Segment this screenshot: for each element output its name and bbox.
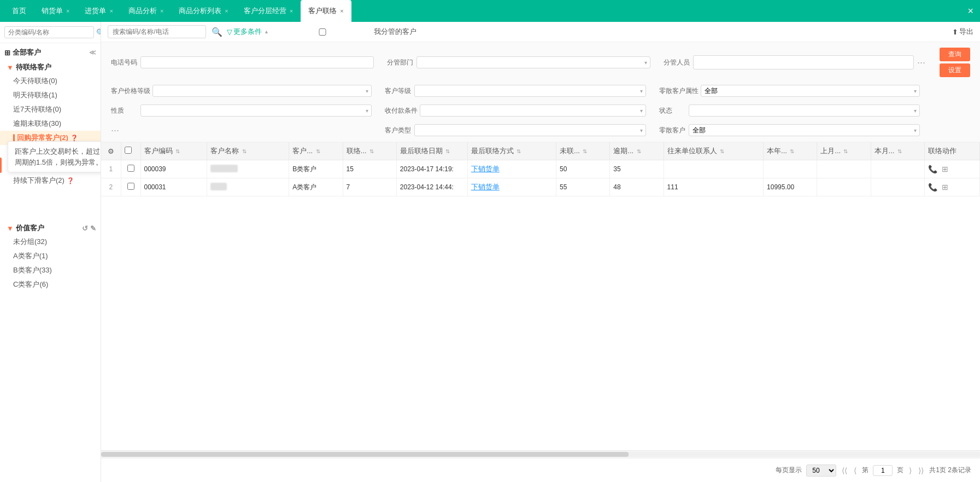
main-layout: 🔍 ⊞ 全部客户 ≪ ▼ 待联络客户 今天待联络(0) 明天待联络(1) 近7天… <box>0 22 980 482</box>
sort-code-icon[interactable]: ⇅ <box>175 148 180 154</box>
row2-phone-icon[interactable]: 📞 <box>928 183 937 191</box>
row2-type: A类客户 <box>289 178 343 196</box>
sidebar-item-a-class[interactable]: A类客户(1) <box>0 249 101 263</box>
row2-last-method-link[interactable]: 下销货单 <box>471 183 500 191</box>
prev-page-btn[interactable]: ⟨ <box>853 466 858 475</box>
customer-type-select[interactable] <box>414 124 645 136</box>
my-customer-checkbox-area[interactable]: 我分管的客户 <box>273 27 416 37</box>
last-page-btn[interactable]: ⟩⟩ <box>917 466 925 475</box>
sort-contact-count-icon[interactable]: ⇅ <box>369 148 374 154</box>
row1-last-method[interactable]: 下销货单 <box>467 160 556 178</box>
scroll-thumb[interactable] <box>101 452 629 457</box>
row1-phone-icon[interactable]: 📞 <box>928 165 937 173</box>
row1-actions: 📞 ⊞ <box>924 160 979 178</box>
sidebar-search-icon[interactable]: 🔍 <box>96 28 101 37</box>
dept-select[interactable] <box>416 56 650 68</box>
nav-customer-tier[interactable]: 客户分层经营 × <box>236 0 301 22</box>
row2-last-method[interactable]: 下销货单 <box>467 178 556 196</box>
sort-last-method-icon[interactable]: ⇅ <box>517 148 521 154</box>
nav-purchase-close[interactable]: × <box>109 8 113 14</box>
nav-sales[interactable]: 销货单 × <box>34 0 77 22</box>
select-all-checkbox[interactable] <box>125 147 132 154</box>
sidebar-item-tomorrow-pending[interactable]: 明天待联络(1) <box>0 88 101 102</box>
edit-icon[interactable]: ✎ <box>90 224 96 233</box>
staff-more-icon[interactable]: ··· <box>916 57 926 67</box>
nav-customer-tier-close[interactable]: × <box>290 8 293 14</box>
gender-select[interactable] <box>140 104 372 117</box>
nav-customer-contact-close[interactable]: × <box>340 8 343 14</box>
row1-checkbox-input[interactable] <box>127 165 134 172</box>
sidebar-search-input[interactable] <box>4 26 94 38</box>
sidebar-item-b-class[interactable]: B类客户(33) <box>0 263 101 277</box>
pending-contact-group[interactable]: ▼ 待联络客户 <box>0 60 101 74</box>
first-page-btn[interactable]: ⟨⟨ <box>841 466 848 475</box>
per-page-select[interactable]: 50 <box>806 464 836 477</box>
row4-dots[interactable]: ··· <box>111 125 119 136</box>
sidebar-item-7days-pending[interactable]: 近7天待联络(0) <box>0 102 101 117</box>
sidebar-item-c-class[interactable]: C类客户(6) <box>0 277 101 292</box>
filter-staff: 分管人员 ··· <box>660 45 930 79</box>
current-page-input[interactable] <box>873 465 893 476</box>
sidebar-item-today-pending[interactable]: 今天待联络(0) <box>0 74 101 88</box>
sort-this-year-icon[interactable]: ⇅ <box>790 148 794 154</box>
declining-help-icon[interactable]: ❓ <box>67 177 74 184</box>
refresh-icon[interactable]: ↺ <box>82 224 88 233</box>
query-btn[interactable]: 查询 <box>940 48 970 61</box>
sidebar-item-ungrouped[interactable]: 未分组(32) <box>0 235 101 249</box>
row1-last-method-link[interactable]: 下销货单 <box>471 165 500 173</box>
sort-overdue-icon[interactable]: ⇅ <box>637 148 641 154</box>
nav-home[interactable]: 首页 <box>4 0 34 22</box>
nav-sales-close[interactable]: × <box>66 8 69 14</box>
row2-name <box>207 178 289 196</box>
nav-purchase[interactable]: 进货单 × <box>77 0 120 22</box>
price-grade-select[interactable] <box>152 85 372 97</box>
settings-btn[interactable]: 设置 <box>940 63 970 77</box>
row1-contact-count: 15 <box>343 160 396 178</box>
sidebar-collapse-btn[interactable]: ≪ <box>89 49 96 56</box>
my-customer-checkbox[interactable] <box>273 28 372 36</box>
retail-attr-select[interactable]: 全部 <box>701 85 920 97</box>
sidebar-item-declining[interactable]: 持续下滑客户(2) ❓ <box>0 173 101 188</box>
nav-product-analysis-close[interactable]: × <box>160 8 163 14</box>
window-close-btn[interactable]: × <box>967 5 973 17</box>
filter-search-icon[interactable]: 🔍 <box>212 27 222 37</box>
row2-menu-icon[interactable]: ⊞ <box>942 183 948 191</box>
nav-product-analysis[interactable]: 商品分析 × <box>121 0 171 22</box>
sort-contact-person-icon[interactable]: ⇅ <box>720 148 724 154</box>
row1-this-month <box>871 160 924 178</box>
row1-checkbox[interactable] <box>121 160 140 178</box>
retail-customer-select[interactable]: 全部 <box>689 124 920 136</box>
nav-customer-contact[interactable]: 客户联络 × <box>301 0 351 22</box>
row2-checkbox-input[interactable] <box>127 183 134 190</box>
status-select[interactable] <box>689 104 920 117</box>
search-input[interactable] <box>108 25 206 38</box>
row2-this-month <box>871 178 924 196</box>
tooltip-box: 距客户上次交易时长，超过了此客户的平均交易周期的1.5倍，则视为异常。 <box>8 141 101 172</box>
filter-more-dots: ··· <box>108 122 375 138</box>
sort-no-contact-icon[interactable]: ⇅ <box>583 148 587 154</box>
sidebar-item-overdue-pending[interactable]: 逾期未联络(30) <box>0 117 101 131</box>
col-settings[interactable]: ⚙ <box>101 142 121 160</box>
row2-last-month <box>817 178 871 196</box>
rebuy-abnormal-help-icon[interactable]: ❓ <box>71 135 78 142</box>
nav-product-analysis-list-close[interactable]: × <box>225 8 228 14</box>
sort-last-month-icon[interactable]: ⇅ <box>843 148 848 154</box>
next-page-btn[interactable]: ⟩ <box>908 466 913 475</box>
nav-product-analysis-list[interactable]: 商品分析列表 × <box>171 0 236 22</box>
settings-icon[interactable]: ⚙ <box>108 147 114 155</box>
sort-this-month-icon[interactable]: ⇅ <box>897 148 902 154</box>
more-conditions-btn[interactable]: ▽ 更多条件 ▲ <box>227 27 269 37</box>
horizontal-scrollbar[interactable] <box>101 450 980 458</box>
filter-row-4: ··· 客户类型 零散客户 全部 <box>108 122 973 138</box>
sort-name-icon[interactable]: ⇅ <box>242 148 247 154</box>
phone-input[interactable] <box>140 56 374 68</box>
row2-checkbox[interactable] <box>121 178 140 196</box>
customer-grade-select[interactable] <box>414 85 645 97</box>
sort-last-date-icon[interactable]: ⇅ <box>445 148 450 154</box>
pay-condition-select[interactable] <box>420 104 645 117</box>
export-btn[interactable]: ⬆ 导出 <box>952 27 973 37</box>
sort-type-icon[interactable]: ⇅ <box>316 148 320 154</box>
all-customers-section[interactable]: ⊞ 全部客户 ≪ <box>0 43 101 60</box>
row1-menu-icon[interactable]: ⊞ <box>942 165 948 173</box>
active-sidebar-indicator <box>0 158 2 173</box>
